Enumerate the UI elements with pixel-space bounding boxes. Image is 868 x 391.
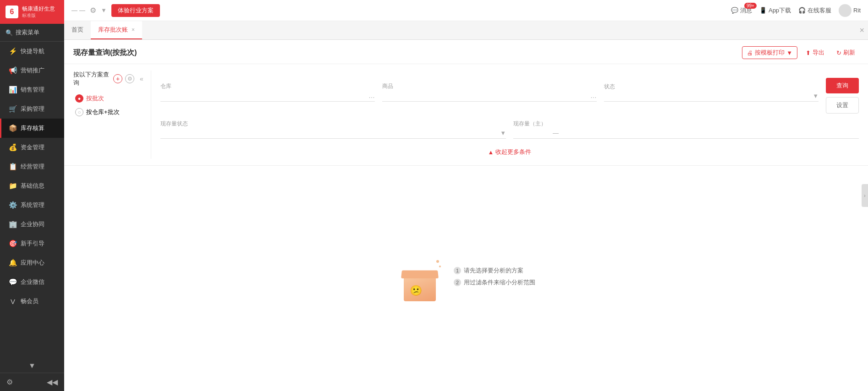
sidebar-item-enterprise[interactable]: 🏢 企业协同 [0,215,64,234]
sidebar-item-label: 企业协同 [21,220,44,228]
step2-num: 2 [454,279,461,286]
sidebar-item-finance[interactable]: 💰 资金管理 [0,138,64,157]
warehouse-input[interactable] [160,92,368,99]
filter-sidebar: 按以下方案查询 + ⚙ « ● 按批次 ○ [73,71,151,159]
print-btn[interactable]: 🖨 按模板打印 ▼ [742,46,797,59]
topbar-right: 💬 消息 99+ 📱 App下载 🎧 在线客服 Rit [731,4,861,17]
sidebar-item-vip[interactable]: V 畅会员 [0,292,64,311]
sidebar-item-appstore[interactable]: 🔔 应用中心 [0,253,64,272]
inventory-status-select[interactable] [160,130,506,136]
sidebar-item-label: 新手引导 [21,239,44,248]
enterprise-icon: 🏢 [9,220,17,228]
sidebar-item-basic[interactable]: 📁 基础信息 [0,176,64,196]
sidebar-footer: ⚙ ◀◀ [0,373,64,391]
tab-inventory-batch-label: 库存批次账 [98,26,128,34]
inventory-status-select-wrap: ▼ [160,130,506,139]
status-select[interactable] [604,92,819,99]
sidebar-item-system[interactable]: ⚙️ 系统管理 [0,196,64,215]
filter-row-1: 仓库 … 商品 … 状态 [160,71,859,114]
sidebar: 6 畅康通好生意 标准版 🔍 搜索菜单 ⚡ 快捷导航 📢 营销推广 📊 销售管理… [0,0,64,391]
filter-setting-btn[interactable]: ⚙ [125,74,134,83]
sidebar-scroll-down[interactable]: ▼ [0,359,64,373]
marketing-icon: 📢 [9,66,17,75]
search-menu-label: 搜索菜单 [16,28,39,37]
tab-close-icon[interactable]: × [132,27,135,33]
inventory-qty-to[interactable] [561,130,598,136]
sidebar-item-sales[interactable]: 📊 销售管理 [0,80,64,99]
finance-icon: 💰 [9,143,17,152]
sidebar-item-label: 应用中心 [21,259,44,267]
scheme-item-batch[interactable]: ● 按批次 [73,92,146,105]
sidebar-item-label: 库存核算 [21,124,44,132]
main-content: — — ⚙ ▼ 体验行业方案 💬 消息 99+ 📱 App下载 🎧 在线客服 [64,0,868,391]
empty-illustration: 😕 [397,255,443,301]
search-menu[interactable]: 🔍 搜索菜单 [0,24,64,42]
sidebar-item-label: 营销推广 [21,66,44,75]
operations-icon: 📋 [9,163,17,171]
warehouse-input-wrap: … [160,92,375,102]
trial-btn[interactable]: 体验行业方案 [111,4,160,17]
filter-field-status: 状态 ▼ [604,83,819,102]
inventory-qty-label: 现存量（主） [513,120,859,128]
print-icon: 🖨 [747,49,753,56]
sidebar-item-quick-nav[interactable]: ⚡ 快捷导航 [0,42,64,61]
messages-badge: 99+ [744,3,757,9]
empty-text-block: 1 请先选择要分析的方案 2 用过滤条件来缩小分析范围 [454,266,535,290]
settings-btn[interactable]: 设置 [826,97,859,114]
sidebar-item-guide[interactable]: 🎯 新手引导 [0,234,64,253]
step2-text: 用过滤条件来缩小分析范围 [464,278,535,287]
user-avatar-btn[interactable]: Rit [839,4,861,17]
filter-field-inventory-status: 现存量状态 ▼ [160,120,506,139]
sidebar-item-wechat[interactable]: 💬 企业微信 [0,272,64,292]
filter-add-btn[interactable]: + [113,74,122,83]
filter-field-warehouse: 仓库 … [160,82,375,102]
sidebar-item-operations[interactable]: 📋 经营管理 [0,157,64,176]
refresh-btn[interactable]: ↻ 刷新 [833,47,859,59]
empty-steps-list: 1 请先选择要分析的方案 2 用过滤条件来缩小分析范围 [454,266,535,287]
collapse-sidebar-icon[interactable]: ◀◀ [47,378,58,386]
settings-icon[interactable]: ⚙ [6,378,13,386]
chevron-up-icon: ▲ [488,149,494,156]
app-download-btn[interactable]: 📱 App下载 [759,6,791,15]
scheme-label-warehouse: 按仓库+批次 [86,108,120,116]
sidebar-header: 6 畅康通好生意 标准版 [0,0,64,24]
query-btn[interactable]: 查询 [826,78,859,93]
page-title: 现存量查询(按批次) [73,48,137,58]
export-icon: ⬆ [806,49,811,56]
search-icon: 🔍 [5,29,13,36]
print-dropdown-icon: ▼ [786,49,792,56]
scheme-item-warehouse-batch[interactable]: ○ 按仓库+批次 [73,105,146,119]
scheme-icon-warehouse: ○ [75,108,83,116]
product-dots-btn[interactable]: … [590,92,597,99]
content-area: 现存量查询(按批次) 🖨 按模板打印 ▼ ⬆ 导出 ↻ 刷新 [64,40,868,391]
warehouse-label: 仓库 [160,82,375,90]
messages-btn[interactable]: 💬 消息 99+ [731,6,752,15]
tab-inventory-batch[interactable]: 库存批次账 × [91,21,142,39]
tabbar: 首页 库存批次账 × × [64,21,868,40]
topbar-settings-icon[interactable]: ⚙ [90,6,96,15]
message-icon: 💬 [731,7,738,14]
app-download-label: App下载 [769,6,791,15]
sidebar-item-inventory[interactable]: 📦 库存核算 [0,119,64,138]
refresh-icon: ↻ [836,49,841,56]
sidebar-item-purchase[interactable]: 🛒 采购管理 [0,99,64,119]
system-icon: ⚙️ [9,201,17,209]
filter-collapse-btn[interactable]: « [137,74,146,83]
app-download-icon: 📱 [759,7,767,14]
online-service-btn[interactable]: 🎧 在线客服 [798,6,831,15]
inventory-qty-from[interactable] [513,130,550,136]
collapse-more-btn[interactable]: ▲ 收起更多条件 [160,145,859,159]
app-edition: 标准版 [22,12,55,19]
tab-home[interactable]: 首页 [64,21,91,39]
export-btn[interactable]: ⬆ 导出 [802,47,828,59]
sidebar-item-marketing[interactable]: 📢 营销推广 [0,61,64,80]
step1-text: 请先选择要分析的方案 [464,266,523,275]
wechat-icon: 💬 [9,278,17,286]
warehouse-dots-btn[interactable]: … [368,92,375,99]
right-panel-toggle[interactable]: › [862,184,868,207]
basic-icon: 📁 [9,182,17,190]
close-panel-icon[interactable]: × [859,26,864,35]
range-dash: — [553,130,559,136]
filter-form: 仓库 … 商品 … 状态 [151,71,859,159]
product-input[interactable] [382,92,590,99]
